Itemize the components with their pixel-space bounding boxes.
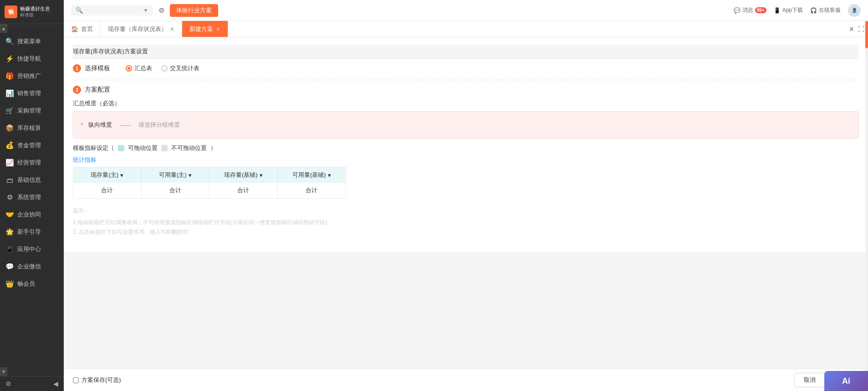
sidebar-item-label: 企业微信 — [17, 262, 41, 271]
sidebar-item-wechat[interactable]: 💬 企业微信 — [0, 258, 64, 275]
crown-icon: 👑 — [5, 280, 14, 288]
box-icon: 📦 — [5, 124, 14, 132]
indicator-suffix: ） — [210, 144, 216, 152]
cart-icon: 🛒 — [5, 107, 14, 115]
gear-sidebar-icon: ⚙ — [5, 193, 14, 201]
dimension-area: * 纵向维度 —— 请选择分组维度 — [73, 111, 859, 139]
sidebar-item-label: 搜索菜单 — [17, 37, 41, 46]
industry-plan-button[interactable]: 体验行业方案 — [170, 4, 218, 17]
user-avatar[interactable]: 👤 — [848, 4, 861, 17]
step2-header: 2 方案配置 — [73, 86, 859, 94]
tab-inventory-close-icon[interactable]: ✕ — [170, 26, 174, 32]
tab-new-plan-close-icon[interactable]: ✕ — [216, 26, 220, 32]
message-badge: 99+ — [755, 7, 766, 13]
sidebar-item-sales[interactable]: 📊 销售管理 — [0, 85, 64, 102]
trend-icon: 📈 — [5, 159, 14, 167]
sidebar-item-marketing[interactable]: 🎁 营销推广 — [0, 67, 64, 85]
sidebar-item-newguide[interactable]: 🌟 新手引导 — [0, 223, 64, 241]
radio-summary-table[interactable]: 汇总表 — [126, 64, 152, 72]
save-plan-checkbox[interactable]: 方案保存(可选) — [73, 376, 121, 384]
save-plan-input[interactable] — [73, 377, 79, 383]
sidebar-item-system[interactable]: ⚙ 系统管理 — [0, 189, 64, 206]
radio-cross-circle — [161, 65, 168, 72]
sidebar-item-member[interactable]: 👑 畅会员 — [0, 275, 64, 293]
topbar-online-service[interactable]: 🎧 在线客服 — [810, 6, 841, 14]
arrow-up-icon: ▲ — [1, 26, 6, 31]
sidebar-item-appcenter[interactable]: 📱 应用中心 — [0, 241, 64, 258]
stats-col-3[interactable]: 现存量(基辅) ▾ — [209, 167, 278, 183]
sidebar-item-label: 资金管理 — [17, 141, 41, 149]
indicator-draggable-label: 可拖动位置 — [128, 144, 158, 152]
indicator-not-draggable-badge — [161, 145, 168, 151]
dimension-placeholder[interactable]: 请选择分组维度 — [138, 121, 180, 129]
step1-title: 选择模板 — [85, 64, 110, 72]
sidebar-item-inventory[interactable]: 📦 库存核算 — [0, 119, 64, 137]
stats-section: 统计指标 现存量(主) ▾ 可用量(主) ▾ — [73, 156, 859, 199]
stats-col-1-label: 现存量(主) — [91, 171, 118, 179]
topbar-search-box[interactable]: 🔍 ▼ — [71, 5, 153, 15]
indicator-draggable-badge — [118, 145, 124, 151]
sidebar-scroll-up[interactable]: ▲ — [0, 24, 7, 33]
stats-data-1: 合计 — [73, 183, 142, 198]
sidebar-item-label: 系统管理 — [17, 193, 41, 201]
tab-close-all-icon[interactable]: ✕ — [849, 26, 854, 33]
tabbar: 🏠 首页 现存量（库存状况表） ✕ 新建方案 ✕ ✕ ⛶ — [64, 21, 868, 37]
tab-inventory[interactable]: 现存量（库存状况表） ✕ — [101, 21, 182, 37]
stats-col-1-dropdown-icon: ▾ — [120, 172, 123, 179]
topbar-search-input[interactable] — [86, 7, 140, 14]
topbar-messages[interactable]: 💬 消息 99+ — [734, 6, 766, 14]
app-download-label: App下载 — [782, 6, 803, 14]
sidebar-item-basic-info[interactable]: 🗃 基础信息 — [0, 171, 64, 189]
stats-data-4: 合计 — [278, 183, 346, 198]
topbar-search-icon: 🔍 — [76, 7, 83, 14]
topbar-gear-icon[interactable]: ⚙ — [158, 6, 164, 15]
sidebar-item-label: 营销推广 — [17, 72, 41, 80]
stats-col-4-dropdown-icon: ▾ — [328, 172, 331, 179]
cancel-button[interactable]: 取消 — [794, 373, 825, 387]
right-scrollbar[interactable] — [865, 21, 868, 371]
sidebar: 畅 畅赚通好生意 标准版 ▲ 🔍 搜索菜单 ⚡ 快捷导航 🎁 营销推广 📊 销售… — [0, 0, 64, 391]
sidebar-item-purchase[interactable]: 🛒 采购管理 — [0, 102, 64, 119]
stats-col-2-label: 可用量(主) — [159, 171, 187, 179]
template-options: 汇总表 交叉统计表 — [126, 64, 199, 72]
stats-col-2-dropdown-icon: ▾ — [189, 172, 192, 179]
dimension-separator: —— — [119, 122, 131, 129]
sidebar-item-search[interactable]: 🔍 搜索菜单 — [0, 33, 64, 50]
sidebar-nav: 🔍 搜索菜单 ⚡ 快捷导航 🎁 营销推广 📊 销售管理 🛒 采购管理 📦 库存核… — [0, 33, 64, 367]
tab-expand-icon[interactable]: ⛶ — [858, 26, 864, 33]
collapse-icon[interactable]: ◀ — [53, 380, 58, 387]
app-edition: 标准版 — [20, 12, 50, 18]
stats-col-2[interactable]: 可用量(主) ▾ — [142, 167, 210, 183]
online-service-label: 在线客服 — [819, 6, 841, 14]
form-container: 现存量(库存状况表)方案设置 1 选择模板 汇总表 交叉统计表 — [64, 37, 868, 252]
stats-col-1[interactable]: 现存量(主) ▾ — [73, 167, 142, 183]
save-plan-label: 方案保存(可选) — [82, 376, 121, 384]
mobile-icon: 📱 — [5, 245, 14, 253]
sidebar-item-management[interactable]: 📈 经营管理 — [0, 154, 64, 171]
tip-1: 1.拖动标题栏可以调整布局，不可跨维度或指标区域拖动栏目字段(只能在同一维度或指… — [73, 218, 859, 228]
stats-col-4[interactable]: 可用量(基辅) ▾ — [278, 167, 346, 183]
tab-new-plan[interactable]: 新建方案 ✕ — [182, 21, 228, 37]
sidebar-item-label: 畅会员 — [17, 280, 35, 288]
stats-data-3: 合计 — [209, 183, 278, 198]
tab-new-plan-label: 新建方案 — [189, 25, 213, 33]
sidebar-item-quicknav[interactable]: ⚡ 快捷导航 — [0, 50, 64, 67]
topbar-chevron-icon[interactable]: ▼ — [143, 7, 148, 14]
sidebar-scroll-down[interactable]: ▼ — [0, 367, 7, 376]
required-mark: * — [81, 122, 83, 129]
dimension-row: * 纵向维度 —— 请选择分组维度 — [81, 121, 851, 129]
sidebar-item-label: 快捷导航 — [17, 55, 41, 63]
radio-cross-table[interactable]: 交叉统计表 — [161, 64, 199, 72]
content-area: 现存量(库存状况表)方案设置 1 选择模板 汇总表 交叉统计表 — [64, 37, 868, 369]
ai-fab-button[interactable]: Ai — [824, 371, 868, 391]
settings-bottom-icon[interactable]: ⚙ — [5, 380, 11, 387]
sidebar-item-finance[interactable]: 💰 资金管理 — [0, 137, 64, 154]
radio-summary-circle — [126, 65, 132, 72]
dimension-label: 汇总维度（必选） — [73, 99, 859, 108]
tab-home[interactable]: 🏠 首页 — [64, 21, 101, 37]
topbar-app-download[interactable]: 📱 App下载 — [774, 6, 803, 14]
stats-col-3-label: 现存量(基辅) — [224, 171, 258, 179]
stats-data-row: 合计 合计 合计 合计 — [73, 183, 346, 198]
stats-col-4-label: 可用量(基辅) — [292, 171, 326, 179]
sidebar-item-collab[interactable]: 🤝 企业协同 — [0, 206, 64, 223]
